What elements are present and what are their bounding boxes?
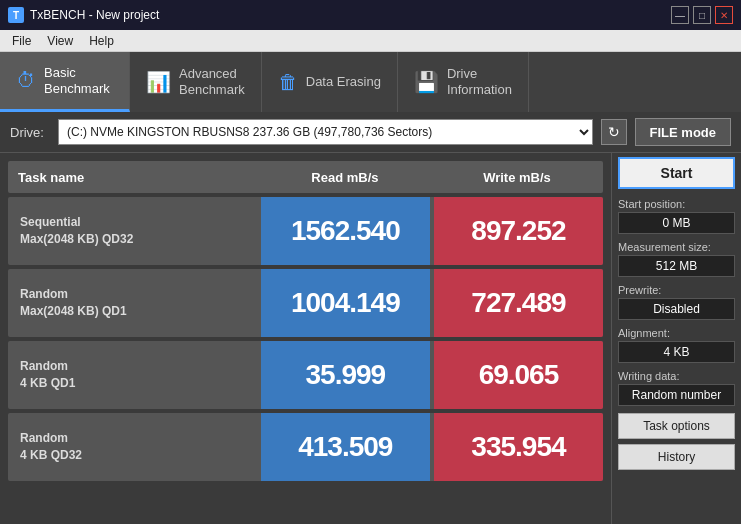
data-erasing-icon: 🗑 <box>278 71 298 94</box>
drive-select[interactable]: (C:) NVMe KINGSTON RBUSNS8 237.36 GB (49… <box>58 119 593 145</box>
bench-row-sequential: SequentialMax(2048 KB) QD32 1562.540 897… <box>8 197 603 265</box>
bench-write-random-4k-qd1: 69.065 <box>434 341 603 409</box>
bench-read-sequential: 1562.540 <box>261 197 430 265</box>
drive-refresh-button[interactable]: ↻ <box>601 119 627 145</box>
bench-header: Task name Read mB/s Write mB/s <box>8 161 603 193</box>
bench-row-random-4k-qd1: Random4 KB QD1 35.999 69.065 <box>8 341 603 409</box>
start-button[interactable]: Start <box>618 157 735 189</box>
menu-help[interactable]: Help <box>81 32 122 50</box>
app-icon: T <box>8 7 24 23</box>
bench-read-random-2048-qd1: 1004.149 <box>261 269 430 337</box>
start-position-label: Start position: <box>618 198 735 210</box>
window-controls: — □ ✕ <box>671 6 733 24</box>
task-options-button[interactable]: Task options <box>618 413 735 439</box>
menu-bar: File View Help <box>0 30 741 52</box>
maximize-button[interactable]: □ <box>693 6 711 24</box>
bench-row-random-qd1-2048: RandomMax(2048 KB) QD1 1004.149 727.489 <box>8 269 603 337</box>
start-position-value: 0 MB <box>618 212 735 234</box>
writing-data-label: Writing data: <box>618 370 735 382</box>
bench-write-random-4k-qd32: 335.954 <box>434 413 603 481</box>
right-panel: Start Start position: 0 MB Measurement s… <box>611 153 741 524</box>
advanced-benchmark-icon: 📊 <box>146 70 171 94</box>
tab-bar: ⏱ BasicBenchmark 📊 AdvancedBenchmark 🗑 D… <box>0 52 741 112</box>
bench-write-random-2048-qd1: 727.489 <box>434 269 603 337</box>
content-area: Drive: (C:) NVMe KINGSTON RBUSNS8 237.36… <box>0 112 741 524</box>
title-bar: T TxBENCH - New project — □ ✕ <box>0 0 741 30</box>
title-bar-left: T TxBENCH - New project <box>8 7 159 23</box>
history-button[interactable]: History <box>618 444 735 470</box>
tab-basic-benchmark[interactable]: ⏱ BasicBenchmark <box>0 52 130 112</box>
prewrite-label: Prewrite: <box>618 284 735 296</box>
main-area: Task name Read mB/s Write mB/s Sequentia… <box>0 153 741 524</box>
menu-view[interactable]: View <box>39 32 81 50</box>
tab-drive-label: DriveInformation <box>447 66 512 97</box>
window-title: TxBENCH - New project <box>30 8 159 22</box>
measurement-size-value: 512 MB <box>618 255 735 277</box>
bench-label-random-4k-qd1: Random4 KB QD1 <box>8 358 257 392</box>
measurement-size-label: Measurement size: <box>618 241 735 253</box>
file-mode-button[interactable]: FILE mode <box>635 118 731 146</box>
tab-basic-label: BasicBenchmark <box>44 65 110 96</box>
benchmark-table: Task name Read mB/s Write mB/s Sequentia… <box>0 153 611 524</box>
drive-info-icon: 💾 <box>414 70 439 94</box>
tab-erase-label: Data Erasing <box>306 74 381 90</box>
drive-label: Drive: <box>10 125 50 140</box>
bench-row-random-4k-qd32: Random4 KB QD32 413.509 335.954 <box>8 413 603 481</box>
col-read: Read mB/s <box>259 170 431 185</box>
bench-write-sequential: 897.252 <box>434 197 603 265</box>
col-write: Write mB/s <box>431 170 603 185</box>
col-task-name: Task name <box>8 170 259 185</box>
tab-advanced-benchmark[interactable]: 📊 AdvancedBenchmark <box>130 52 262 112</box>
alignment-label: Alignment: <box>618 327 735 339</box>
bench-read-random-4k-qd1: 35.999 <box>261 341 430 409</box>
menu-file[interactable]: File <box>4 32 39 50</box>
bench-label-random-4k-qd32: Random4 KB QD32 <box>8 430 257 464</box>
prewrite-value: Disabled <box>618 298 735 320</box>
writing-data-value: Random number <box>618 384 735 406</box>
alignment-value: 4 KB <box>618 341 735 363</box>
close-button[interactable]: ✕ <box>715 6 733 24</box>
basic-benchmark-icon: ⏱ <box>16 69 36 92</box>
tab-advanced-label: AdvancedBenchmark <box>179 66 245 97</box>
bench-read-random-4k-qd32: 413.509 <box>261 413 430 481</box>
minimize-button[interactable]: — <box>671 6 689 24</box>
bench-label-random-2048-qd1: RandomMax(2048 KB) QD1 <box>8 286 257 320</box>
tab-drive-information[interactable]: 💾 DriveInformation <box>398 52 529 112</box>
drive-row: Drive: (C:) NVMe KINGSTON RBUSNS8 237.36… <box>0 112 741 153</box>
tab-data-erasing[interactable]: 🗑 Data Erasing <box>262 52 398 112</box>
bench-label-sequential: SequentialMax(2048 KB) QD32 <box>8 214 257 248</box>
